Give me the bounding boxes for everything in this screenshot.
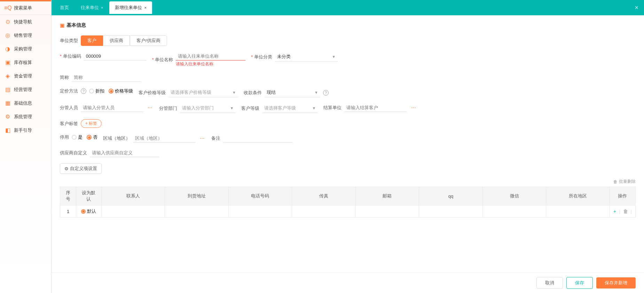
inventory-icon: ▣ — [4, 59, 11, 66]
payment-terms-help-icon[interactable]: ? — [323, 90, 329, 96]
tag-add-button[interactable]: + 标签 — [81, 119, 102, 128]
abbreviation-input[interactable] — [72, 73, 141, 82]
code-name-category-row: 单位编码 单位名称 请输入往来单位名称 单位分类 未分类 ▼ — [60, 52, 636, 67]
tab-partners[interactable]: 往来单位 × — [75, 1, 109, 14]
abbreviation-label: 简称 — [60, 74, 69, 81]
unit-btn-customer[interactable]: 客户 — [81, 35, 103, 46]
phone-input[interactable] — [232, 209, 289, 214]
main-content: 首页 往来单位 × 新增往来单位 × × ▣ 基本信息 单位类型 客户 供应商 … — [52, 0, 644, 293]
region-more-btn[interactable]: ··· — [198, 135, 206, 141]
save-button[interactable]: 保存 — [566, 277, 593, 289]
disabled-no[interactable]: 否 — [87, 134, 97, 140]
pricing-radio-price-level[interactable]: 价格等级 — [109, 88, 133, 94]
table-body: 1 默认 — [60, 205, 636, 218]
sidebar-label-system: 系统管理 — [14, 114, 32, 120]
customer-level-select[interactable]: 请选择客户等级 ▼ — [262, 104, 318, 113]
disabled-yes[interactable]: 是 — [72, 134, 83, 140]
search-menu-label: 搜索菜单 — [14, 5, 32, 11]
search-menu-button[interactable]: ≡Q 搜索菜单 — [0, 1, 51, 15]
pricing-method-label: 定价方法 — [60, 88, 78, 94]
main-close-button[interactable]: × — [632, 4, 641, 11]
form-area: ▣ 基本信息 单位类型 客户 供应商 客户/供应商 单位编码 单位名称 — [52, 15, 644, 272]
remark-input[interactable] — [223, 134, 293, 143]
footer-bar: 取消 保存 保存并新增 — [52, 272, 644, 293]
save-new-button[interactable]: 保存并新增 — [596, 277, 636, 288]
region-cell-input[interactable] — [550, 209, 606, 214]
customer-level-label: 客户等级 — [241, 105, 259, 112]
cell-email[interactable] — [355, 205, 419, 218]
address-input[interactable] — [168, 209, 225, 214]
payment-terms-label: 收款条件 — [244, 90, 262, 96]
department-select[interactable]: 请输入分管部门 ▼ — [180, 104, 236, 113]
tab-new-partner-label: 新增往来单位 — [115, 5, 142, 11]
sidebar-item-inventory[interactable]: ▣ 库存核算 — [0, 56, 51, 69]
cell-region[interactable] — [546, 205, 610, 218]
customer-price-level-select[interactable]: 请选择客户价格等级 ▼ — [168, 88, 238, 97]
pricing-radio-group: 折扣 价格等级 — [89, 88, 133, 94]
operation-icon: ▤ — [4, 86, 11, 93]
unit-btn-both[interactable]: 客户/供应商 — [130, 35, 167, 46]
sidebar-label-inventory: 库存核算 — [14, 59, 32, 66]
sidebar-item-finance[interactable]: ◈ 资金管理 — [0, 69, 51, 83]
settlement-unit-input[interactable] — [344, 104, 407, 112]
payment-terms-field: 收款条件 现结 ▼ ? — [244, 88, 329, 97]
manager-input[interactable] — [81, 104, 143, 112]
sidebar-item-newuser[interactable]: ◧ 新手引导 — [0, 123, 51, 137]
cell-fax[interactable] — [292, 205, 356, 218]
region-input[interactable] — [133, 134, 196, 143]
unit-category-label: 单位分类 — [251, 54, 272, 60]
cell-address[interactable] — [165, 205, 229, 218]
discount-label: 折扣 — [95, 88, 104, 94]
cell-wechat[interactable] — [482, 205, 546, 218]
cell-phone[interactable] — [228, 205, 292, 218]
sidebar-item-operation[interactable]: ▤ 经营管理 — [0, 83, 51, 96]
email-input[interactable] — [359, 209, 416, 214]
sidebar-item-system[interactable]: ⚙ 系统管理 — [0, 110, 51, 123]
unit-btn-supplier[interactable]: 供应商 — [103, 35, 130, 46]
sidebar-label-newuser: 新手引导 — [14, 127, 32, 133]
qq-input[interactable] — [423, 209, 479, 214]
supplier-custom-label: 供应商自定义 — [60, 150, 87, 156]
col-actions: 操作 — [610, 187, 635, 205]
manager-more-btn[interactable]: ··· — [146, 105, 154, 111]
row-default-radio[interactable] — [81, 209, 86, 214]
settlement-unit-more-btn[interactable]: ··· — [410, 105, 417, 111]
tab-home[interactable]: 首页 — [54, 1, 74, 14]
tab-partners-close[interactable]: × — [101, 6, 103, 10]
supplier-custom-input[interactable] — [90, 149, 159, 157]
custom-settings-button[interactable]: ⚙ 自定义项设置 — [60, 163, 102, 174]
tab-bar: 首页 往来单位 × 新增往来单位 × × — [52, 0, 644, 15]
cancel-button[interactable]: 取消 — [536, 277, 563, 289]
payment-terms-select[interactable]: 现结 ▼ — [265, 88, 320, 97]
sidebar-item-purchase[interactable]: ◑ 采购管理 — [0, 42, 51, 56]
unit-name-label: 单位名称 — [152, 57, 173, 63]
contact-input[interactable] — [105, 209, 162, 214]
manager-label: 分管人员 — [60, 105, 78, 111]
cell-seq: 1 — [60, 205, 76, 218]
sidebar-item-quick-nav[interactable]: ⊙ 快捷导航 — [0, 15, 51, 29]
batch-delete-button[interactable]: 🗑 批量删除 — [613, 179, 636, 185]
cell-contact[interactable] — [101, 205, 165, 218]
unit-category-select[interactable]: 未分类 ▼ — [275, 52, 338, 62]
pricing-help-icon[interactable]: ? — [81, 88, 86, 94]
tab-new-partner[interactable]: 新增往来单位 × — [109, 1, 152, 14]
delete-row-icon[interactable]: 🗑 — [623, 209, 628, 214]
customer-price-level-arrow: ▼ — [232, 90, 236, 95]
unit-code-input[interactable] — [84, 52, 147, 60]
unit-type-field: 单位类型 客户 供应商 客户/供应商 — [60, 35, 167, 46]
sidebar-item-basic[interactable]: ▦ 基础信息 — [0, 96, 51, 110]
col-region: 所在地区 — [546, 187, 610, 205]
fax-input[interactable] — [296, 209, 352, 214]
unit-name-input[interactable] — [176, 52, 245, 60]
cell-qq[interactable] — [419, 205, 483, 218]
pricing-radio-discount[interactable]: 折扣 — [89, 88, 104, 94]
unit-type-row: 单位类型 客户 供应商 客户/供应商 — [60, 35, 636, 46]
sidebar-label-finance: 资金管理 — [14, 73, 32, 79]
add-row-icon[interactable]: + — [613, 209, 616, 214]
sidebar-item-sales[interactable]: ◎ 销售管理 — [0, 29, 51, 42]
wechat-input[interactable] — [486, 209, 543, 214]
contacts-table: 序号 设为默认 联系人 到货地址 电话号码 传真 邮箱 qq 微信 所在地区 操… — [60, 187, 636, 218]
customer-level-value: 请选择客户等级 — [264, 105, 311, 111]
tab-new-partner-close[interactable]: × — [144, 6, 146, 10]
col-default: 设为默认 — [76, 187, 101, 205]
